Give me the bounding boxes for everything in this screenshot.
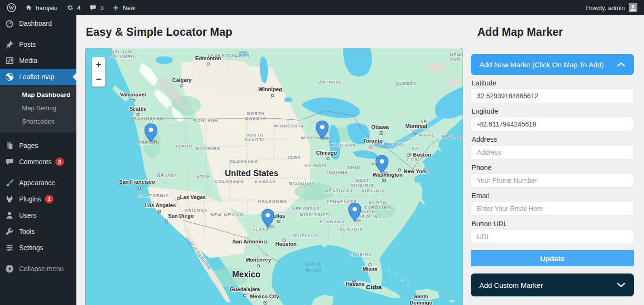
sliders-icon xyxy=(5,243,14,252)
state-label: SOUTH xyxy=(246,133,264,137)
sidebar-item-label: Comments xyxy=(19,158,52,166)
city-label: Houston xyxy=(275,241,297,247)
state-label: NEWF xyxy=(450,53,463,57)
city-dot xyxy=(398,168,401,171)
add-new-marker-accordion[interactable]: Add New Marke (Click On Map To Add) xyxy=(471,54,634,75)
state-label: MONTANA xyxy=(193,118,219,123)
email-input[interactable] xyxy=(471,201,634,216)
brush-icon xyxy=(5,178,14,188)
count-badge: 3 xyxy=(55,158,64,166)
comments-menu[interactable]: 3 xyxy=(89,4,104,11)
city-dot xyxy=(271,94,274,96)
city-label: San Antonio xyxy=(232,239,264,244)
city-label: Los Angeles xyxy=(145,202,176,208)
sidebar-item-users[interactable]: Users xyxy=(0,207,76,223)
address-label: Address xyxy=(472,136,633,143)
city-label: Toronto xyxy=(363,138,383,144)
state-label: QUEBEC xyxy=(396,81,417,86)
howdy-text[interactable]: Howdy, admin xyxy=(586,4,625,11)
sidebar-item-plugins[interactable]: Plugins1 xyxy=(0,191,76,207)
admin-menu: DashboardPostsMediaLeaflet-mapMap Dashbo… xyxy=(0,15,76,277)
city-dot xyxy=(138,187,140,189)
zoom-out-button[interactable]: − xyxy=(92,72,105,86)
admin-sidebar: DashboardPostsMediaLeaflet-mapMap Dashbo… xyxy=(0,15,76,305)
state-label: ARKANSAS xyxy=(292,206,320,211)
country-label: United States xyxy=(225,168,278,178)
state-label: GEORGIA xyxy=(339,227,363,231)
plug-icon xyxy=(5,194,14,204)
sidebar-item-settings[interactable]: Settings xyxy=(0,240,76,256)
state-label: ONTARIO xyxy=(318,80,341,84)
sidebar-item-comments[interactable]: Comments3 xyxy=(0,154,76,170)
sidebar-item-collapse-menu[interactable]: Collapse menu xyxy=(0,261,76,277)
city-dot xyxy=(264,241,266,243)
pages-icon xyxy=(5,141,14,150)
wordpress-logo-icon[interactable]: W xyxy=(7,3,16,12)
country-label: Cuba xyxy=(366,284,382,291)
city-label: Monterrey xyxy=(245,257,271,263)
state-label: INDIANA xyxy=(327,170,348,175)
submenu-item-shortcodes[interactable]: Shortcodes xyxy=(0,115,76,128)
latitude-label: Latitude xyxy=(472,79,633,87)
city-dot xyxy=(277,220,280,222)
sidebar-item-appearance[interactable]: Appearance xyxy=(0,175,76,191)
state-label: COLUMBIA xyxy=(109,54,137,59)
sidebar-item-posts[interactable]: Posts xyxy=(0,36,76,53)
city-dot xyxy=(407,154,409,156)
state-label: WEST xyxy=(355,178,370,183)
sidebar-item-label: Collapse menu xyxy=(19,265,63,273)
state-label: BRITISH xyxy=(111,50,132,54)
sidebar-item-pages[interactable]: Pages xyxy=(0,137,76,154)
city-dot xyxy=(257,264,259,267)
sidebar-item-leaflet-map[interactable]: Leaflet-map xyxy=(0,69,76,85)
city-dot xyxy=(207,63,209,65)
state-label: MAINE xyxy=(419,133,435,137)
avatar[interactable] xyxy=(629,3,637,12)
admin-bar: W hamjaiu 4 3 New Howdy, admin xyxy=(0,0,644,15)
address-input[interactable] xyxy=(471,145,634,159)
pin-icon xyxy=(5,40,14,49)
city-dot xyxy=(413,131,416,133)
new-content-menu[interactable]: New xyxy=(112,4,135,11)
map-container[interactable]: BRITISHCOLUMBIASASKATCHEWANONTARIOQUEBEC… xyxy=(85,48,463,305)
longitude-input[interactable] xyxy=(471,117,634,131)
submenu-item-map-dashboard[interactable]: Map Dashboard xyxy=(0,88,76,102)
marker-fields: LatitudeLngitudeAddressPhoneEmailButton … xyxy=(471,79,634,244)
state-label: OKLAHOMA xyxy=(258,199,287,204)
chevron-up-icon xyxy=(617,62,625,67)
latitude-input[interactable] xyxy=(471,89,634,103)
zoom-in-button[interactable]: + xyxy=(92,57,105,72)
sidebar-item-media[interactable]: Media xyxy=(0,53,76,69)
comment-icon xyxy=(5,157,14,167)
site-menu[interactable]: hamjaiu xyxy=(25,4,58,11)
globe-icon xyxy=(5,72,14,82)
state-label: AND xyxy=(450,57,461,62)
city-label: Guadalajara xyxy=(230,286,261,292)
leaflet-map[interactable]: BRITISHCOLUMBIASASKATCHEWANONTARIOQUEBEC… xyxy=(85,48,463,305)
phone-label: Phone xyxy=(472,164,633,171)
update-button[interactable]: Update xyxy=(471,250,634,266)
phone-input[interactable] xyxy=(471,173,634,188)
water-label: Gulf of xyxy=(306,262,321,267)
count-badge: 1 xyxy=(45,195,53,203)
sidebar-item-dashboard[interactable]: Dashboard xyxy=(0,15,76,32)
updates-menu[interactable]: 4 xyxy=(66,4,81,11)
leaflet-map-submenu: Map DashboardMap SettingShortcodes xyxy=(0,85,76,133)
sidebar-item-tools[interactable]: Tools xyxy=(0,223,76,240)
longitude-label: Lngitude xyxy=(472,107,633,115)
state-label: VIRGINIA xyxy=(362,189,385,193)
state-label: OHIO xyxy=(347,165,360,170)
add-custom-marker-accordion[interactable]: Add Custom Marker xyxy=(471,273,634,296)
submenu-item-map-setting[interactable]: Map Setting xyxy=(0,102,76,115)
button-url-input[interactable] xyxy=(471,230,634,244)
state-label: NOVA SC xyxy=(442,134,463,139)
country-label: Mexico xyxy=(232,270,260,279)
sidebar-item-label: Media xyxy=(19,57,37,64)
state-label: ILLINOIS xyxy=(304,163,327,168)
state-label: DAKOTA xyxy=(245,116,266,121)
city-dot xyxy=(177,197,179,200)
sidebar-item-label: Dashboard xyxy=(19,20,52,27)
map-zoom-control: + − xyxy=(92,57,106,87)
state-label: ARIZONA xyxy=(185,208,208,213)
plus-icon xyxy=(112,4,119,11)
